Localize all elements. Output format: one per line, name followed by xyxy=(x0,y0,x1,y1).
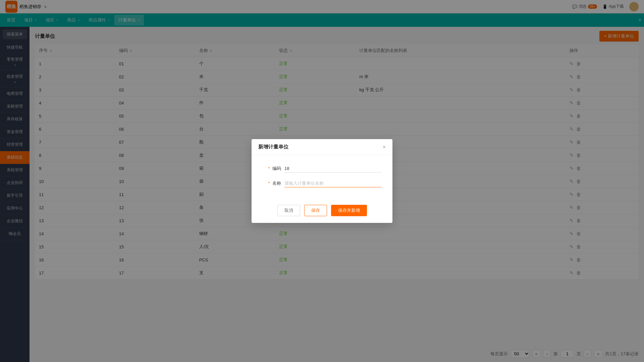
modal-overlay: 新增计量单位 × * 编码 * 名称 取消 保存 保存并新增 xyxy=(0,0,644,362)
modal-close-icon[interactable]: × xyxy=(383,144,386,150)
save-button[interactable]: 保存 xyxy=(304,205,327,216)
code-label-text: 编码 xyxy=(272,166,281,171)
add-unit-modal: 新增计量单位 × * 编码 * 名称 取消 保存 保存并新增 xyxy=(252,139,392,223)
required-mark-name: * xyxy=(268,181,270,186)
cancel-button[interactable]: 取消 xyxy=(277,205,300,216)
name-label: * 名称 xyxy=(262,180,281,186)
modal-title: 新增计量单位 xyxy=(258,144,288,150)
modal-footer: 取消 保存 保存并新增 xyxy=(252,201,392,223)
modal-header: 新增计量单位 × xyxy=(252,139,392,155)
name-input[interactable] xyxy=(284,179,382,187)
name-label-text: 名称 xyxy=(272,181,281,186)
form-item-code: * 编码 xyxy=(262,165,382,173)
save-and-new-button[interactable]: 保存并新增 xyxy=(331,205,367,216)
form-item-name: * 名称 xyxy=(262,179,382,187)
code-input[interactable] xyxy=(284,165,382,173)
required-mark-code: * xyxy=(268,166,270,171)
code-label: * 编码 xyxy=(262,166,281,172)
modal-body: * 编码 * 名称 xyxy=(252,155,392,201)
